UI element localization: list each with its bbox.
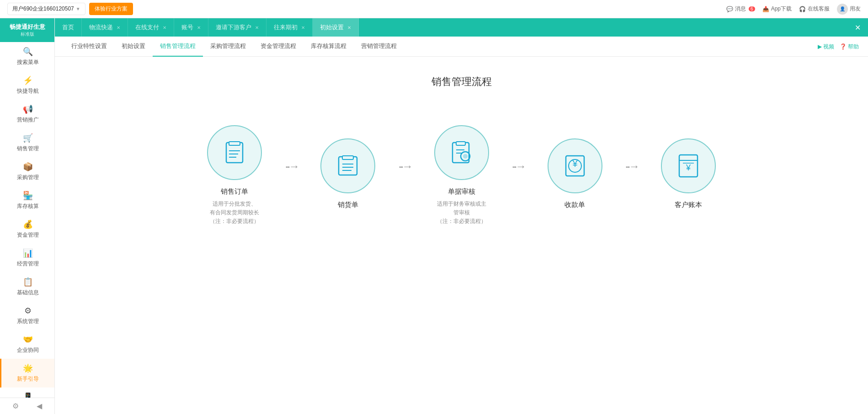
svg-rect-11	[456, 142, 465, 145]
flow-arrow-3: ···→	[512, 160, 525, 191]
sidebar-label-guide: 新手引导	[17, 375, 39, 383]
inventory-icon: 🏪	[23, 191, 33, 201]
sub-tab-capital_flow[interactable]: 资金管理流程	[253, 37, 304, 57]
user-selector[interactable]: 用户690企业1660120507 ▼	[7, 3, 85, 15]
sidebar-label-system: 系统管理	[17, 318, 39, 325]
video-link[interactable]: ▶ 视频	[818, 42, 834, 50]
marketing-icon: 📢	[23, 104, 33, 114]
sidebar-items: 🔍 搜索菜单 ⚡ 快捷导航 📢 营销推广 🛒 销售管理 📦 采购管理 🏪 库存核…	[0, 42, 54, 398]
svg-rect-6	[342, 156, 353, 159]
sidebar-item-system[interactable]: ⚙ 系统管理	[0, 301, 54, 330]
sub-tab-industry[interactable]: 行业特性设置	[64, 37, 114, 57]
sidebar-label-operation: 经营管理	[17, 260, 39, 268]
sub-tabs: 行业特性设置初始设置销售管理流程采购管理流程资金管理流程库存核算流程营销管理流程…	[55, 37, 868, 57]
flow-label-receipt: 收款单	[564, 201, 585, 209]
sidebar-label-marketing: 营销推广	[17, 116, 39, 124]
flow-label-delivery: 销货单	[338, 201, 358, 209]
sidebar-label-inventory: 库存核算	[17, 202, 39, 210]
user-avatar-button[interactable]: 👤 用友	[837, 4, 861, 15]
sidebar-item-shortcut[interactable]: ⚡ 快捷导航	[0, 71, 54, 100]
app-download-label: App下载	[771, 5, 792, 13]
message-button[interactable]: 💬 消息 6	[726, 5, 755, 13]
sidebar-item-finance[interactable]: 💰 资金管理	[0, 215, 54, 244]
nav-tab-close-payment[interactable]: ✕	[163, 25, 166, 30]
nav-tab-init[interactable]: 初始设置✕	[313, 18, 359, 37]
sidebar-item-collab[interactable]: 🤝 企业协同	[0, 330, 54, 359]
sidebar-label-sales: 销售管理	[17, 145, 39, 153]
operation-icon: 📊	[23, 248, 33, 258]
sub-tab-inventory_flow[interactable]: 库存核算流程	[304, 37, 354, 57]
sales-icon: 🛒	[23, 133, 33, 143]
nav-tab-payment[interactable]: 在线支付✕	[128, 18, 174, 37]
sidebar-item-purchase[interactable]: 📦 采购管理	[0, 157, 54, 186]
nav-tab-close-invite[interactable]: ✕	[255, 25, 259, 30]
logo-subtitle: 标准版	[21, 31, 34, 37]
sidebar-item-search[interactable]: 🔍 搜索菜单	[0, 42, 54, 71]
trial-button[interactable]: 体验行业方案	[89, 3, 133, 15]
svg-point-13	[463, 154, 468, 159]
flow-circle-review	[434, 125, 489, 180]
help-icon: ❓	[840, 43, 847, 50]
online-service-button[interactable]: 🎧 在线客服	[799, 5, 830, 13]
service-icon: 🎧	[799, 6, 806, 12]
nav-tab-invite[interactable]: 邀请下游客户✕	[208, 18, 266, 37]
nav-tab-close-account[interactable]: ✕	[197, 25, 201, 30]
appstore-icon: 📱	[23, 392, 33, 398]
settings-icon[interactable]: ⚙	[12, 402, 19, 410]
flow-diagram: 销售订单 适用于分批发货、有合同发货周期较长（注：非必要流程） ···→ 销货单…	[64, 116, 859, 235]
download-icon: 📥	[762, 6, 769, 12]
sidebar-item-basic[interactable]: 📋 基础信息	[0, 272, 54, 301]
sidebar-item-marketing[interactable]: 📢 营销推广	[0, 100, 54, 128]
sidebar-bottom: ⚙ ◀	[0, 398, 54, 414]
flow-circle-receipt: ¥	[548, 138, 602, 193]
guide-icon: 🌟	[23, 363, 33, 373]
help-link[interactable]: ❓ 帮助	[840, 42, 859, 50]
sidebar-label-shortcut: 快捷导航	[17, 87, 39, 95]
app-download-button[interactable]: 📥 App下载	[762, 5, 792, 13]
sidebar-item-appstore[interactable]: 📱 应用中心	[0, 387, 54, 398]
search-icon: 🔍	[23, 47, 33, 57]
collapse-icon[interactable]: ◀	[37, 402, 42, 410]
nav-tab-label-invite: 邀请下游客户	[216, 23, 251, 32]
nav-tab-label-home: 首页	[62, 23, 74, 32]
flow-label-sales_order: 销售订单	[221, 187, 248, 196]
system-icon: ⚙	[24, 306, 32, 316]
svg-rect-1	[229, 142, 240, 145]
video-icon: ▶	[818, 43, 822, 50]
sub-tab-initial[interactable]: 初始设置	[114, 37, 153, 57]
flow-item-delivery[interactable]: 销货单	[302, 138, 394, 213]
flow-arrow-2: ···→	[398, 160, 411, 191]
top-bar-left: 用户690企业1660120507 ▼ 体验行业方案	[7, 3, 133, 15]
sidebar-item-guide[interactable]: 🌟 新手引导	[0, 359, 54, 387]
flow-label-ledger: 客户账本	[675, 201, 702, 209]
sidebar-label-basic: 基础信息	[17, 289, 39, 297]
sidebar-item-operation[interactable]: 📊 经营管理	[0, 244, 54, 272]
top-bar: 用户690企业1660120507 ▼ 体验行业方案 💬 消息 6 📥 App下…	[0, 0, 868, 18]
flow-item-receipt[interactable]: ¥ 收款单	[529, 138, 621, 213]
sidebar-label-collab: 企业协同	[17, 346, 39, 354]
nav-tab-period[interactable]: 往来期初✕	[266, 18, 313, 37]
nav-tab-logistics[interactable]: 物流快递✕	[82, 18, 128, 37]
content-area: 首页物流快递✕在线支付✕账号✕邀请下游客户✕往来期初✕初始设置✕✕ 行业特性设置…	[55, 18, 868, 414]
flow-item-review[interactable]: 单据审核 适用于财务审核或主管审核（注：非必要流程）	[416, 125, 507, 226]
nav-close-icon[interactable]: ✕	[855, 23, 861, 32]
sidebar-item-inventory[interactable]: 🏪 库存核算	[0, 186, 54, 215]
flow-arrow-1: ···→	[285, 160, 298, 191]
flow-item-sales_order[interactable]: 销售订单 适用于分批发货、有合同发货周期较长（注：非必要流程）	[189, 125, 280, 226]
flow-label-review: 单据审核	[448, 187, 475, 196]
nav-tab-home[interactable]: 首页	[55, 18, 82, 37]
flow-item-ledger[interactable]: ¥ 客户账本	[643, 138, 734, 213]
sidebar-item-sales[interactable]: 🛒 销售管理	[0, 128, 54, 157]
nav-tab-close-period[interactable]: ✕	[301, 25, 305, 30]
main-layout: 畅捷通好生意 标准版 🔍 搜索菜单 ⚡ 快捷导航 📢 营销推广 🛒 销售管理 📦…	[0, 18, 868, 414]
nav-tab-close-init[interactable]: ✕	[347, 25, 351, 30]
sub-tab-marketing_flow[interactable]: 营销管理流程	[354, 37, 404, 57]
nav-tab-account[interactable]: 账号✕	[174, 18, 208, 37]
nav-tab-label-payment: 在线支付	[135, 23, 159, 32]
sub-tab-purchase_flow[interactable]: 采购管理流程	[203, 37, 253, 57]
nav-tab-close-logistics[interactable]: ✕	[117, 25, 120, 30]
basic-icon: 📋	[23, 277, 33, 287]
nav-tab-label-logistics: 物流快递	[89, 23, 113, 32]
svg-text:¥: ¥	[686, 163, 691, 172]
sub-tab-sales_flow[interactable]: 销售管理流程	[153, 37, 203, 57]
